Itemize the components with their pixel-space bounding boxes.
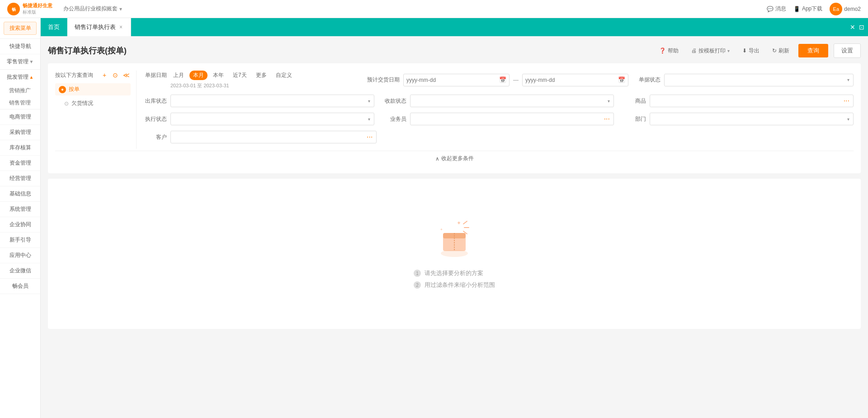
- sidebar-item-operations[interactable]: 经营管理: [0, 171, 40, 186]
- calendar-start-icon: 📅: [499, 76, 506, 83]
- sidebar-item-ecommerce[interactable]: 电商管理: [0, 109, 40, 125]
- avatar: Ea: [830, 3, 842, 15]
- collapse-scheme-button[interactable]: ≪: [122, 71, 131, 80]
- message-icon: 💬: [767, 6, 774, 12]
- export-icon: ⬇: [742, 48, 747, 54]
- top-header: 畅 畅捷通好生意 标准版 办公用品行业模拟账套 ▾ 💬 消息 📱 App下载 E…: [0, 0, 868, 18]
- tab-active[interactable]: 销售订单执行表 ×: [67, 18, 131, 36]
- svg-text:✦: ✦: [457, 220, 461, 226]
- sidebar-item-wechat[interactable]: 企业微信: [0, 263, 40, 279]
- sidebar-sub-marketing[interactable]: 营销推广: [0, 85, 40, 97]
- tab-window-controls: ✕ ⊡: [850, 24, 868, 31]
- sidebar-item-quick-nav[interactable]: 快捷导航: [0, 39, 40, 54]
- sidebar-item-wholesale[interactable]: 批发管理 ▲: [0, 70, 40, 85]
- sidebar-item-inventory[interactable]: 库存核算: [0, 140, 40, 156]
- print-icon: 🖨: [691, 48, 697, 54]
- sidebar-item-app-center[interactable]: 应用中心: [0, 248, 40, 263]
- collapse-bar: ∧ 收起更多条件: [55, 151, 854, 166]
- tab-home[interactable]: 首页: [41, 18, 67, 36]
- scheme-actions: + ⊙ ≪: [100, 71, 131, 80]
- order-status-select[interactable]: ▾: [664, 74, 854, 86]
- receipt-select[interactable]: ▾: [410, 95, 614, 107]
- logo-area: 畅 畅捷通好生意 标准版: [7, 2, 52, 15]
- empty-steps-list: 1 请先选择要分析的方案 2 用过滤条件来缩小分析范围: [414, 269, 495, 293]
- add-scheme-button[interactable]: +: [100, 71, 109, 80]
- date-tab-this-month[interactable]: 本月: [189, 71, 208, 80]
- logo-text: 畅捷通好生意 标准版: [23, 2, 52, 15]
- sidebar: 搜索菜单 快捷导航 零售管理 ▼ 批发管理 ▲ 营销推广 销售管理 电商管理: [0, 18, 41, 418]
- page-title: 销售订单执行表(按单): [48, 45, 127, 56]
- filter-panel-content: 按以下方案查询 + ⊙ ≪ ● 按单 ⊙: [55, 71, 854, 149]
- tab-bar: 首页 销售订单执行表 × ✕ ⊡: [41, 18, 868, 36]
- scheme-item-shortage[interactable]: ⊙ 欠货情况: [55, 97, 131, 109]
- customer-input[interactable]: ···: [170, 131, 377, 143]
- search-menu-button[interactable]: 搜索菜单: [4, 22, 37, 35]
- main-layout: 搜索菜单 快捷导航 零售管理 ▼ 批发管理 ▲ 营销推广 销售管理 电商管理: [0, 18, 868, 418]
- calendar-end-icon: 📅: [618, 76, 625, 83]
- sidebar-item-purchase[interactable]: 采购管理: [0, 125, 40, 140]
- empty-step-2: 2 用过滤条件来缩小分析范围: [414, 281, 495, 289]
- header-left: 畅 畅捷通好生意 标准版 办公用品行业模拟账套 ▾: [7, 2, 122, 15]
- refresh-button[interactable]: ↻ 刷新: [769, 45, 793, 57]
- window-expand-icon[interactable]: ⊡: [859, 24, 864, 31]
- help-button[interactable]: ❓ 帮助: [656, 45, 682, 57]
- forecast-date-field: 预计交货日期 📅 — 📅: [367, 74, 628, 86]
- exec-select[interactable]: ▾: [170, 113, 374, 125]
- refresh-icon: ↻: [772, 48, 777, 54]
- sidebar-item-collab[interactable]: 企业协同: [0, 217, 40, 233]
- filter-row-1: 单据日期 上月 本月 本年 近7天 更多 自定义: [142, 71, 854, 89]
- dept-select[interactable]: ▾: [650, 113, 854, 125]
- svg-text:畅: 畅: [12, 7, 16, 12]
- forecast-date-start[interactable]: 📅: [403, 74, 509, 86]
- window-close-icon[interactable]: ✕: [850, 24, 855, 31]
- message-button[interactable]: 💬 消息: [767, 5, 786, 13]
- forecast-date-start-input[interactable]: [406, 77, 497, 83]
- sidebar-item-guide[interactable]: 新手引导: [0, 233, 40, 248]
- page-content: 销售订单执行表(按单) ❓ 帮助 🖨 按模板打印 ▾ ⬇ 导出: [41, 36, 868, 418]
- print-button[interactable]: 🖨 按模板打印 ▾: [688, 45, 733, 57]
- salesperson-input[interactable]: ···: [410, 113, 614, 125]
- sidebar-item-system[interactable]: 系统管理: [0, 202, 40, 217]
- collapse-button[interactable]: ∧ 收起更多条件: [435, 155, 474, 162]
- page-header: 销售订单执行表(按单) ❓ 帮助 🖨 按模板打印 ▾ ⬇ 导出: [48, 43, 861, 58]
- logo-icon: 畅: [7, 3, 20, 15]
- forecast-date-end-input[interactable]: [525, 77, 616, 83]
- filter-row-3: 执行状态 ▾ 业务员 ···: [142, 113, 854, 125]
- setting-button[interactable]: 设置: [834, 43, 861, 58]
- sidebar-item-member[interactable]: 畅会员: [0, 279, 40, 294]
- sidebar-item-retail[interactable]: 零售管理 ▼: [0, 54, 40, 69]
- outbound-select[interactable]: ▾: [170, 95, 374, 107]
- sidebar-item-basic-info[interactable]: 基础信息: [0, 186, 40, 202]
- help-icon: ❓: [659, 48, 666, 54]
- outbound-field: 出库状态 ▾: [142, 95, 374, 107]
- date-tab-more[interactable]: 更多: [252, 71, 270, 80]
- user-profile[interactable]: Ea demo2: [830, 3, 861, 15]
- app-download-button[interactable]: 📱 App下载: [793, 5, 822, 13]
- date-range-display: 2023-03-01 至 2023-03-31: [142, 82, 360, 89]
- forecast-date-end[interactable]: 📅: [522, 74, 628, 86]
- date-tab-last-month[interactable]: 上月: [170, 71, 188, 80]
- exec-field: 执行状态 ▾: [142, 113, 374, 125]
- sidebar-item-finance[interactable]: 资金管理: [0, 156, 40, 171]
- sub-scheme-icon: ⊙: [64, 100, 69, 107]
- date-tab-this-year[interactable]: 本年: [209, 71, 227, 80]
- date-tab-custom[interactable]: 自定义: [272, 71, 296, 80]
- filter-scheme-panel: 按以下方案查询 + ⊙ ≪ ● 按单 ⊙: [55, 71, 137, 149]
- date-field-group: 单据日期 上月 本月 本年 近7天 更多 自定义: [142, 71, 360, 89]
- date-tab-group: 上月 本月 本年 近7天 更多 自定义: [170, 71, 296, 80]
- phone-icon: 📱: [793, 6, 800, 12]
- outbound-chevron-icon: ▾: [368, 99, 370, 104]
- empty-illustration: ✦ ✦: [432, 215, 477, 260]
- tab-close-button[interactable]: ×: [118, 23, 123, 31]
- query-button[interactable]: 查询: [798, 44, 828, 57]
- date-tab-7days[interactable]: 近7天: [229, 71, 250, 80]
- sidebar-sub-sales[interactable]: 销售管理: [0, 97, 40, 109]
- copy-scheme-button[interactable]: ⊙: [111, 71, 120, 80]
- receipt-chevron-icon: ▾: [608, 99, 610, 104]
- filter-panel: 按以下方案查询 + ⊙ ≪ ● 按单 ⊙: [48, 63, 861, 173]
- customer-field: 客户 ···: [142, 131, 377, 143]
- empty-state: ✦ ✦ 1 请先选择要分析的方案 2 用过滤条件来缩小分析范围: [48, 179, 861, 329]
- export-button[interactable]: ⬇ 导出: [739, 45, 763, 57]
- goods-input[interactable]: ···: [650, 95, 854, 107]
- scheme-item-by-order[interactable]: ● 按单: [55, 83, 131, 95]
